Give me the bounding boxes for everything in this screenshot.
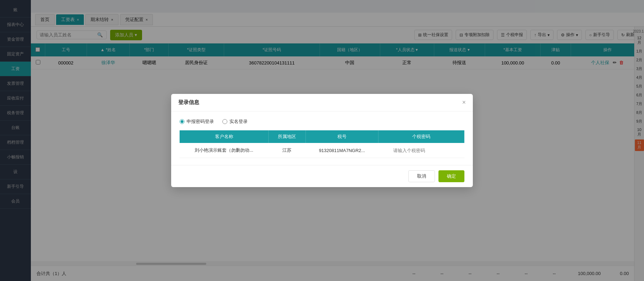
- modal-close-button[interactable]: ×: [462, 99, 466, 106]
- cancel-button[interactable]: 取消: [408, 170, 435, 182]
- login-info-table: 客户名称 所属地区 税号 个税密码 刘小艳演示账套（勿删勿动... 江苏 913…: [180, 130, 464, 158]
- radio-password-login[interactable]: 申报密码登录: [180, 118, 214, 125]
- modal-body: 申报密码登录 实名登录 客户名称 所属地区 税号 个税密码: [171, 111, 473, 165]
- modal-title: 登录信息: [178, 99, 199, 106]
- cell-client-name: 刘小艳演示账套（勿删勿动...: [180, 143, 269, 158]
- col-tax-number: 税号: [306, 130, 378, 143]
- confirm-button[interactable]: 确定: [438, 170, 464, 182]
- login-modal: 登录信息 × 申报密码登录 实名登录 客户名称 所属地区: [171, 94, 473, 187]
- modal-header: 登录信息 ×: [171, 94, 473, 111]
- cell-tax-password[interactable]: [378, 143, 464, 158]
- cell-region: 江苏: [269, 143, 306, 158]
- tax-password-input[interactable]: [393, 148, 449, 153]
- login-table-row: 刘小艳演示账套（勿删勿动... 江苏 91320811MA7NGR2...: [180, 143, 464, 158]
- col-tax-password: 个税密码: [378, 130, 464, 143]
- col-client-name: 客户名称: [180, 130, 269, 143]
- modal-footer: 取消 确定: [171, 165, 473, 187]
- modal-overlay[interactable]: 登录信息 × 申报密码登录 实名登录 客户名称 所属地区: [0, 0, 644, 281]
- radio-realname-input[interactable]: [222, 119, 227, 124]
- col-region: 所属地区: [269, 130, 306, 143]
- radio-realname-login[interactable]: 实名登录: [222, 118, 248, 125]
- login-type-group: 申报密码登录 实名登录: [180, 118, 464, 125]
- radio-password-input[interactable]: [180, 119, 185, 124]
- cell-tax-number: 91320811MA7NGR2...: [306, 143, 378, 158]
